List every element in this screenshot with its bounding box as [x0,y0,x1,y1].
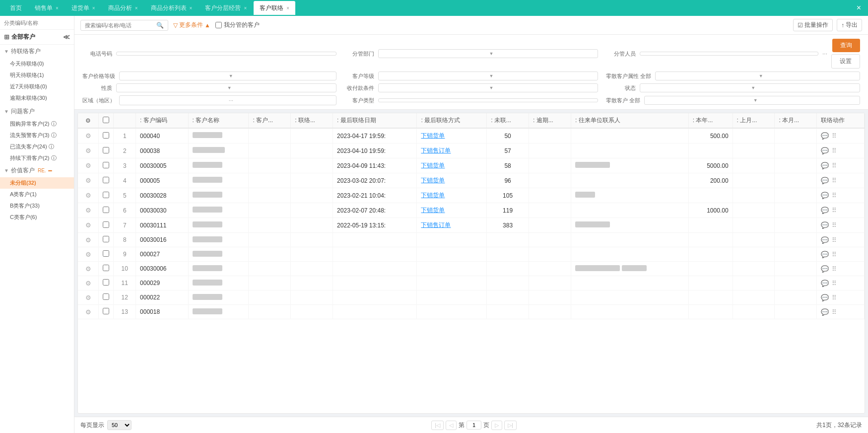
tab-sales[interactable]: 销售单 × [29,1,65,15]
chat-icon[interactable]: 💬 [821,177,829,184]
settings-icon[interactable]: ⚙ [85,162,91,169]
retail-attr-input[interactable]: ▼ [655,72,860,80]
payment-input[interactable]: ▼ [378,83,599,92]
tab-customer-segment-close[interactable]: × [244,5,247,11]
contact-way-link[interactable]: 下销货单 [421,192,445,199]
sidebar-item-today[interactable]: 今天待联络(0) [0,58,74,70]
row-gear[interactable]: ⚙ [78,173,99,188]
row-select-checkbox[interactable] [103,147,109,153]
row-gear[interactable]: ⚙ [78,158,99,173]
row-checkbox[interactable] [99,305,114,319]
row-checkbox[interactable] [99,233,114,247]
sidebar-item-churn-warn[interactable]: 流失预警客户(3) ⓘ [0,130,74,141]
more-action-icon[interactable]: ⠿ [832,192,837,199]
more-action-icon[interactable]: ⠿ [832,221,837,229]
chat-icon[interactable]: 💬 [821,280,829,287]
col-this-year[interactable]: : 本年... [688,113,733,128]
chat-icon[interactable]: 💬 [821,251,829,258]
row-select-checkbox[interactable] [103,162,109,168]
settings-icon[interactable]: ⚙ [85,207,91,214]
row-gear[interactable]: ⚙ [78,262,99,276]
export-button[interactable]: ↑ 导出 [837,19,862,31]
chat-icon[interactable]: 💬 [821,132,829,140]
col-last-date[interactable]: : 最后联络日期 [333,113,417,128]
row-gear[interactable]: ⚙ [78,144,99,158]
col-cust-type[interactable]: : 客户... [249,113,291,128]
row-checkbox[interactable] [99,203,114,218]
more-action-icon[interactable]: ⠿ [832,294,837,301]
sidebar-item-overdue[interactable]: 逾期未联络(30) [0,92,74,104]
chat-icon[interactable]: 💬 [821,147,829,154]
row-select-checkbox[interactable] [103,207,109,213]
settings-icon[interactable]: ⚙ [85,308,91,316]
chat-icon[interactable]: 💬 [821,207,829,214]
tab-home[interactable]: 首页 [4,1,28,15]
manager-input[interactable] [640,52,818,56]
tab-product-list-close[interactable]: × [190,5,193,11]
prev-page-button[interactable]: ◁ [446,421,457,430]
row-gear[interactable]: ⚙ [78,290,99,305]
row-checkbox[interactable] [99,290,114,305]
more-action-icon[interactable]: ⠿ [832,207,837,214]
row-checkbox[interactable] [99,276,114,290]
row-checkbox[interactable] [99,218,114,233]
tab-purchase[interactable]: 进货单 × [66,1,101,15]
sidebar-item-abnormal[interactable]: 囤购异常客户(2) ⓘ [0,118,74,130]
row-gear[interactable]: ⚙ [78,203,99,218]
settings-icon[interactable]: ⚙ [85,192,91,199]
reset-button[interactable]: 设置 [831,54,860,69]
tab-customer-segment[interactable]: 客户分层经营 × [199,1,253,15]
query-button[interactable]: 查询 [832,39,860,52]
chat-icon[interactable]: 💬 [821,162,829,169]
sidebar-item-7days[interactable]: 近7天待联络(0) [0,81,74,92]
more-action-icon[interactable]: ⠿ [832,265,837,273]
row-checkbox[interactable] [99,247,114,262]
row-select-checkbox[interactable] [103,236,109,242]
settings-icon[interactable]: ⚙ [85,177,91,184]
filter-more-button[interactable]: ▽ 更多条件 ▲ [173,21,210,29]
row-select-checkbox[interactable] [103,308,109,314]
sidebar-item-class-c[interactable]: C类客户(6) [0,212,74,223]
chat-icon[interactable]: 💬 [821,236,829,244]
close-all-button[interactable]: × [854,3,864,12]
col-code[interactable]: : 客户编码 [136,113,188,128]
chat-icon[interactable]: 💬 [821,192,829,199]
row-checkbox[interactable] [99,144,114,158]
region-input[interactable]: ··· [119,95,336,105]
region-more[interactable]: ··· [229,97,333,103]
row-checkbox[interactable] [99,188,114,203]
settings-icon[interactable]: ⚙ [85,236,91,244]
row-gear[interactable]: ⚙ [78,188,99,203]
cust-level-input[interactable]: ▼ [378,72,599,80]
manager-more-icon[interactable]: ··· [822,50,827,57]
row-checkbox[interactable] [99,173,114,188]
next-page-button[interactable]: ▷ [491,421,502,430]
tab-product-list[interactable]: 商品分析列表 × [145,1,199,15]
last-page-button[interactable]: ▷| [504,421,517,430]
row-gear[interactable]: ⚙ [78,247,99,262]
sidebar-group-pending[interactable]: ▼ 待联络客户 [0,45,74,58]
more-action-icon[interactable]: ⠿ [832,177,837,184]
more-action-icon[interactable]: ⠿ [832,308,837,316]
contact-way-link[interactable]: 下销货单 [421,177,445,184]
tab-sales-close[interactable]: × [56,5,59,11]
sidebar-item-class-a[interactable]: A类客户(1) [0,189,74,200]
row-gear[interactable]: ⚙ [78,233,99,247]
sidebar-group-value[interactable]: ▼ 价值客户 RE. [0,164,74,177]
sidebar-item-tomorrow[interactable]: 明天待联络(1) [0,70,74,81]
my-customers-check[interactable] [215,22,222,28]
row-select-checkbox[interactable] [103,250,109,257]
settings-icon[interactable]: ⚙ [85,265,91,273]
tab-product-analysis-close[interactable]: × [135,5,138,11]
settings-icon[interactable]: ⚙ [85,147,91,154]
retail-cust-input[interactable]: ▼ [644,96,860,105]
row-select-checkbox[interactable] [103,279,109,286]
settings-icon[interactable]: ⚙ [85,251,91,258]
more-action-icon[interactable]: ⠿ [832,147,837,154]
col-last-way[interactable]: : 最后联络方式 [417,113,487,128]
price-level-input[interactable]: ▼ [119,72,336,80]
settings-icon[interactable]: ⚙ [85,294,91,301]
row-select-checkbox[interactable] [103,192,109,198]
more-action-icon[interactable]: ⠿ [832,251,837,258]
col-overdue[interactable]: : 逾期... [529,113,571,128]
